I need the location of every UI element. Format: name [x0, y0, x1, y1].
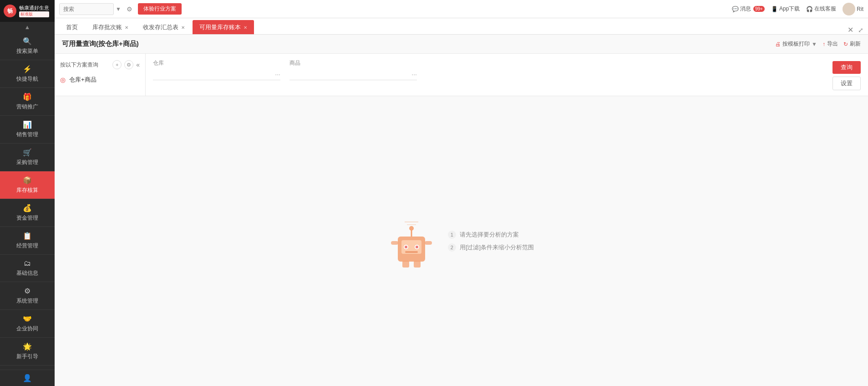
- svg-rect-9: [391, 241, 398, 245]
- gear-icon[interactable]: ⚙: [125, 4, 134, 15]
- sidebar-footer[interactable]: 👤: [0, 370, 55, 386]
- sidebar-item-appcenter[interactable]: 🔔 应用中心: [0, 365, 55, 370]
- print-button[interactable]: 🖨 按模板打印 ▼: [775, 40, 817, 48]
- tab-available-label: 可用量库存账本: [199, 23, 241, 31]
- product-input[interactable]: [289, 71, 410, 78]
- tab-home[interactable]: 首页: [59, 20, 85, 34]
- empty-tip-1: 1 请先选择要分析的方案: [448, 231, 534, 239]
- tab-close-all-button[interactable]: ✕: [846, 26, 855, 34]
- sidebar-item-marketing[interactable]: 🎁 营销推广: [0, 88, 55, 116]
- message-label: 消息: [740, 5, 751, 13]
- sidebar-nav: ▲ 🔍 搜索菜单 ⚡ 快捷导航 🎁 营销推广 📊 销售管理 🛒 采购管理 📦 库…: [0, 22, 55, 370]
- export-button[interactable]: ↑ 导出: [822, 40, 838, 48]
- sales-icon: 📊: [23, 120, 32, 129]
- tab-available-close[interactable]: ✕: [244, 25, 247, 30]
- sidebar-scroll-up[interactable]: ▲: [0, 22, 55, 32]
- collapse-icon[interactable]: «: [136, 61, 140, 68]
- tabs-right-controls: ✕ ⤢: [846, 26, 863, 34]
- sidebar-item-label: 经营管理: [16, 242, 38, 250]
- app-download-button[interactable]: 📱 App下载: [771, 5, 800, 13]
- tab-batch-close[interactable]: ✕: [125, 25, 128, 30]
- message-button[interactable]: 💬 消息 99+: [732, 5, 765, 13]
- empty-state: 1 请先选择要分析的方案 2 用[过滤]条件来缩小分析范围: [55, 96, 868, 386]
- filter-scheme-item[interactable]: ◎ 仓库+商品: [55, 73, 145, 87]
- sidebar-item-label: 基础信息: [16, 269, 38, 277]
- warehouse-more-icon[interactable]: ···: [275, 71, 280, 78]
- user-avatar-area[interactable]: Rit: [843, 3, 863, 15]
- filter-area: 按以下方案查询 + ⚙ « ◎ 仓库+商品 仓库 ···: [55, 54, 868, 96]
- sidebar-item-label: 企业协同: [16, 325, 38, 333]
- warehouse-filter-field: 仓库 ···: [153, 59, 280, 80]
- sidebar-item-sales[interactable]: 📊 销售管理: [0, 116, 55, 144]
- sidebar-item-label: 库存核算: [16, 186, 38, 194]
- add-scheme-icon[interactable]: +: [112, 60, 122, 69]
- tab-expand-button[interactable]: ⤢: [858, 26, 863, 34]
- empty-illustration: [389, 218, 434, 264]
- system-icon: ⚙: [24, 287, 30, 295]
- collab-icon: 🤝: [23, 314, 32, 323]
- tab-summary-label: 收发存汇总表: [143, 23, 178, 31]
- industry-solution-button[interactable]: 体验行业方案: [138, 3, 182, 15]
- sidebar-item-inventory[interactable]: 📦 库存核算: [0, 171, 55, 199]
- sidebar-item-system[interactable]: ⚙ 系统管理: [0, 282, 55, 310]
- print-icon: 🖨: [775, 41, 781, 47]
- tab-batch[interactable]: 库存批次账 ✕: [86, 20, 135, 34]
- product-label: 商品: [289, 59, 417, 67]
- online-service-button[interactable]: 🎧 在线客服: [806, 5, 836, 13]
- warehouse-input[interactable]: [153, 71, 273, 78]
- refresh-icon: ↻: [843, 41, 848, 47]
- search-input[interactable]: [59, 3, 114, 15]
- svg-rect-11: [402, 261, 409, 268]
- tabs-bar: 首页 库存批次账 ✕ 收发存汇总表 ✕ 可用量库存账本 ✕ ✕ ⤢: [55, 18, 868, 35]
- search-icon: 🔍: [23, 37, 32, 46]
- sidebar-footer-icon: 👤: [23, 374, 32, 382]
- user-name-label: Rit: [857, 6, 863, 12]
- app-download-label: App下载: [779, 5, 800, 13]
- query-button[interactable]: 查询: [832, 61, 861, 74]
- setting-button[interactable]: 设置: [832, 77, 861, 90]
- print-label: 按模板打印: [782, 40, 810, 48]
- sidebar-item-label: 营销推广: [16, 103, 38, 111]
- sidebar-item-newguide[interactable]: 🌟 新手引导: [0, 338, 55, 365]
- sidebar-item-finance[interactable]: 💰 资金管理: [0, 199, 55, 227]
- service-icon: 🎧: [806, 6, 813, 12]
- sidebar-app-name: 畅康通好生意: [19, 5, 49, 11]
- sidebar-item-quicknav[interactable]: ⚡ 快捷导航: [0, 60, 55, 88]
- topbar: ▼ ⚙ 体验行业方案 💬 消息 99+ 📱 App下载 🎧 在线客服 Rit: [55, 0, 868, 18]
- tab-summary-close[interactable]: ✕: [181, 25, 185, 30]
- search-dropdown-icon[interactable]: ▼: [116, 6, 121, 12]
- tip1-num: 1: [448, 231, 456, 239]
- main-content: ▼ ⚙ 体验行业方案 💬 消息 99+ 📱 App下载 🎧 在线客服 Rit: [55, 0, 868, 386]
- tip2-num: 2: [448, 243, 456, 252]
- filter-actions: 查询 设置: [832, 59, 861, 90]
- quicknav-icon: ⚡: [23, 65, 32, 73]
- sidebar-item-purchase[interactable]: 🛒 采购管理: [0, 144, 55, 171]
- newguide-icon: 🌟: [23, 342, 32, 351]
- finance-icon: 💰: [23, 204, 32, 212]
- sidebar-item-label: 资金管理: [16, 214, 38, 222]
- warehouse-input-area: ···: [153, 69, 280, 80]
- sidebar-item-operations[interactable]: 📋 经营管理: [0, 227, 55, 255]
- sidebar-item-label: 销售管理: [16, 131, 38, 139]
- product-more-icon[interactable]: ···: [411, 71, 417, 78]
- page-title: 可用量查询(按仓库+商品): [62, 40, 139, 48]
- sidebar-item-search[interactable]: 🔍 搜索菜单: [0, 32, 55, 60]
- topbar-search-area: ▼: [59, 3, 121, 15]
- product-filter-field: 商品 ···: [289, 59, 417, 80]
- print-dropdown-icon[interactable]: ▼: [812, 41, 817, 47]
- purchase-icon: 🛒: [23, 148, 32, 157]
- sidebar: 畅 畅康通好生意 标准版 ▲ 🔍 搜索菜单 ⚡ 快捷导航 🎁 营销推广 📊 销售…: [0, 0, 55, 386]
- sidebar-item-label: 搜索菜单: [16, 47, 38, 55]
- sidebar-item-label: 采购管理: [16, 159, 38, 166]
- avatar: [843, 3, 855, 15]
- sidebar-item-collab[interactable]: 🤝 企业协同: [0, 310, 55, 338]
- settings-scheme-icon[interactable]: ⚙: [124, 60, 133, 69]
- empty-tip-2: 2 用[过滤]条件来缩小分析范围: [448, 243, 534, 252]
- page-header: 可用量查询(按仓库+商品) 🖨 按模板打印 ▼ ↑ 导出 ↻ 刷新: [55, 35, 868, 54]
- tip1-text: 请先选择要分析的方案: [460, 231, 519, 239]
- tab-available[interactable]: 可用量库存账本 ✕: [193, 20, 254, 34]
- scheme-label: 仓库+商品: [69, 76, 96, 84]
- sidebar-item-basic[interactable]: 🗂 基础信息: [0, 255, 55, 282]
- refresh-button[interactable]: ↻ 刷新: [843, 40, 861, 48]
- tab-summary[interactable]: 收发存汇总表 ✕: [136, 20, 192, 34]
